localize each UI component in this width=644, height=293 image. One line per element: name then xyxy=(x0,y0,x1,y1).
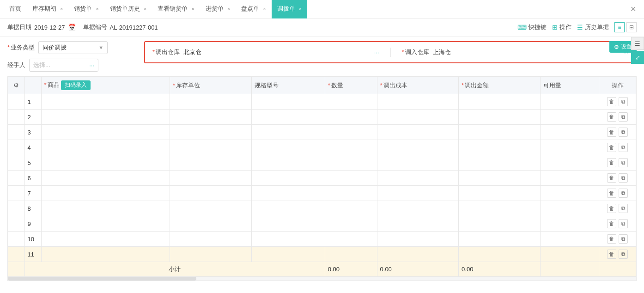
table-row: 8 🗑 ⧉ xyxy=(8,201,636,216)
form-section: *业务类型 同价调拨 ▼ 经手人 选择... ··· *调出仓库 xyxy=(7,41,637,72)
handler-label: 经手人 xyxy=(7,61,25,69)
window-close-button[interactable]: ✕ xyxy=(626,2,640,17)
business-type-label: *业务类型 xyxy=(7,43,35,52)
tab-bar: 首页 库存期初 × 销货单 × 销货单历史 × 查看销货单 × 进货单 × 盘点… xyxy=(0,0,644,18)
tab-inventory[interactable]: 盘点单 × xyxy=(236,0,271,18)
layout-grid-icon[interactable]: ⊟ xyxy=(626,22,637,32)
table-row: 10 🗑 ⧉ xyxy=(8,232,636,247)
out-warehouse-value: 北京仓 xyxy=(183,48,201,56)
sidebar-expand-icon[interactable]: ⤢ xyxy=(631,51,644,64)
td-unit-1[interactable] xyxy=(170,94,251,110)
delete-icon-3[interactable]: 🗑 xyxy=(607,128,616,137)
delete-icon-6[interactable]: 🗑 xyxy=(607,173,616,183)
tab-transfer[interactable]: 调拨单 × xyxy=(272,0,307,18)
tab-view-sales[interactable]: 查看销货单 × xyxy=(152,0,200,18)
shortcut-button[interactable]: ⌨ 快捷键 xyxy=(517,23,547,31)
subtotal-qty: 0.00 xyxy=(325,262,377,277)
date-value: 2019-12-27 xyxy=(34,24,65,31)
td-qty-1[interactable] xyxy=(325,94,377,110)
warehouse-divider xyxy=(390,48,391,57)
business-type-select[interactable]: 同价调拨 ▼ xyxy=(38,41,108,54)
delete-icon-5[interactable]: 🗑 xyxy=(607,158,616,167)
tab-sales[interactable]: 销货单 × xyxy=(68,0,104,18)
gear-icon: ⚙ xyxy=(614,44,619,50)
main-content: *业务类型 同价调拨 ▼ 经手人 选择... ··· *调出仓库 xyxy=(0,37,644,286)
tab-close-purchase[interactable]: × xyxy=(227,6,230,12)
data-table: ⚙ *商品 扫码录入 *库存单位 规格型号 *数量 *调出成本 *调出金额 可用… xyxy=(8,77,636,277)
copy-icon-5[interactable]: ⧉ xyxy=(619,158,628,167)
copy-icon-10[interactable]: ⧉ xyxy=(619,234,628,244)
layout-toggle: ≡ ⊟ xyxy=(614,22,637,32)
delete-icon-10[interactable]: 🗑 xyxy=(607,234,616,244)
tab-inventory-init[interactable]: 库存期初 × xyxy=(27,0,68,18)
td-cost-2[interactable] xyxy=(377,110,459,125)
table-row: 7 🗑 ⧉ xyxy=(8,186,636,201)
delete-icon-9[interactable]: 🗑 xyxy=(607,219,616,228)
subtotal-cost: 0.00 xyxy=(377,262,459,277)
tab-purchase[interactable]: 进货单 × xyxy=(200,0,236,18)
tab-close-sales[interactable]: × xyxy=(96,6,98,12)
tab-close-inventory-init[interactable]: × xyxy=(60,6,63,12)
tab-close-view-sales[interactable]: × xyxy=(191,6,194,12)
subtotal-row: 11 🗑 ⧉ xyxy=(8,247,636,262)
tab-home[interactable]: 首页 xyxy=(4,0,27,18)
copy-icon-7[interactable]: ⧉ xyxy=(619,189,628,198)
tab-close-inventory[interactable]: × xyxy=(263,6,266,12)
out-warehouse-field: *调出仓库 北京仓 ··· xyxy=(152,48,379,56)
horizontal-scrollbar[interactable] xyxy=(8,277,636,281)
th-gear[interactable]: ⚙ xyxy=(8,77,24,94)
td-cost-1[interactable] xyxy=(377,94,459,110)
td-index-2: 2 xyxy=(24,110,41,125)
subtotal-amount: 0.00 xyxy=(459,262,541,277)
td-qty-2[interactable] xyxy=(325,110,377,125)
tab-close-transfer[interactable]: × xyxy=(299,6,302,12)
td-spec-2[interactable] xyxy=(251,110,325,125)
calendar-icon[interactable]: 📅 xyxy=(68,24,76,31)
layout-list-icon[interactable]: ≡ xyxy=(614,22,625,32)
td-gear-2 xyxy=(8,110,24,125)
copy-icon-8[interactable]: ⧉ xyxy=(619,204,628,213)
table-row: 1 🗑 ⧉ xyxy=(8,94,636,110)
scan-button[interactable]: 扫码录入 xyxy=(61,80,91,90)
docno-field: 单据编号 AL-20191227-001 xyxy=(83,23,158,31)
copy-icon-2[interactable]: ⧉ xyxy=(619,112,628,122)
copy-icon-1[interactable]: ⧉ xyxy=(619,97,628,106)
sidebar-list-icon[interactable]: ☰ xyxy=(631,37,644,50)
copy-icon-9[interactable]: ⧉ xyxy=(619,219,628,228)
td-goods-2[interactable] xyxy=(41,110,170,125)
handler-select[interactable]: 选择... ··· xyxy=(29,59,98,72)
td-ops-2: 🗑 ⧉ xyxy=(599,110,636,125)
handler-more[interactable]: ··· xyxy=(89,62,94,69)
right-sidebar: ☰ ⤢ xyxy=(631,37,644,64)
scrollbar-thumb[interactable] xyxy=(8,277,196,281)
ops-button[interactable]: ⊞ 操作 xyxy=(552,23,571,31)
td-unit-2[interactable] xyxy=(170,110,251,125)
td-ops-1: 🗑 ⧉ xyxy=(599,94,636,110)
subtotal-label: 小计 xyxy=(24,262,325,277)
delete-icon-1[interactable]: 🗑 xyxy=(607,97,616,106)
in-warehouse-value: 上海仓 xyxy=(433,48,451,56)
copy-icon-11[interactable]: ⧉ xyxy=(619,250,628,259)
td-available-1 xyxy=(540,94,599,110)
delete-icon-2[interactable]: 🗑 xyxy=(607,112,616,122)
delete-icon-11[interactable]: 🗑 xyxy=(607,250,616,259)
delete-icon-7[interactable]: 🗑 xyxy=(607,189,616,198)
copy-icon-3[interactable]: ⧉ xyxy=(619,128,628,137)
th-unit: *库存单位 xyxy=(170,77,251,94)
td-amount-1[interactable] xyxy=(459,94,541,110)
tab-close-sales-history[interactable]: × xyxy=(144,6,146,12)
delete-icon-8[interactable]: 🗑 xyxy=(607,204,616,213)
td-amount-2[interactable] xyxy=(459,110,541,125)
copy-icon-4[interactable]: ⧉ xyxy=(619,143,628,152)
history-icon: ☰ xyxy=(577,24,583,31)
history-button[interactable]: ☰ 历史单据 xyxy=(577,23,609,31)
out-warehouse-more[interactable]: ··· xyxy=(374,49,379,56)
tab-sales-history[interactable]: 销货单历史 × xyxy=(104,0,152,18)
delete-icon-4[interactable]: 🗑 xyxy=(607,143,616,152)
table-row: 5 🗑 ⧉ xyxy=(8,155,636,171)
copy-icon-6[interactable]: ⧉ xyxy=(619,173,628,183)
td-spec-1[interactable] xyxy=(251,94,325,110)
table-row: 9 🗑 ⧉ xyxy=(8,216,636,232)
td-goods-1[interactable] xyxy=(41,94,170,110)
th-available: 可用量 xyxy=(540,77,599,94)
